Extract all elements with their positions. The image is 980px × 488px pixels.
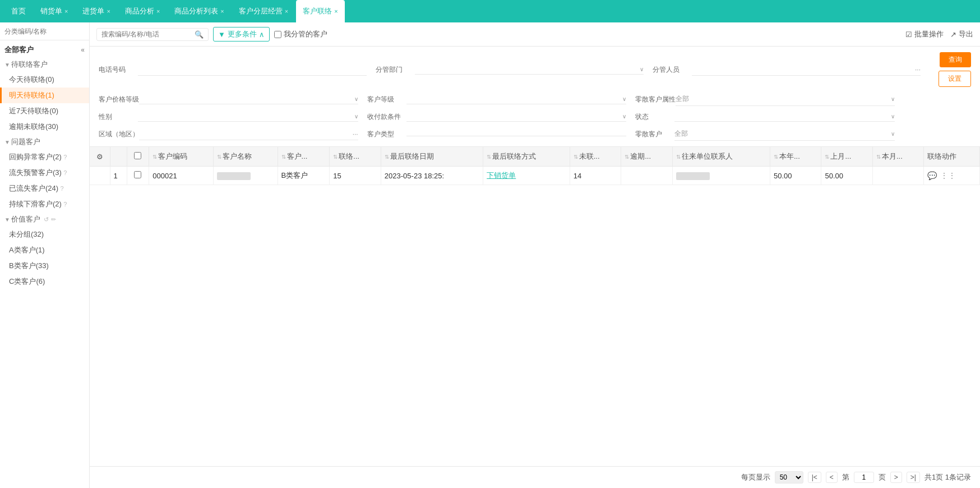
sidebar-item-c-class[interactable]: C类客户(6) — [0, 274, 89, 289]
nav-customer-contact[interactable]: 客户联络 × — [296, 0, 344, 22]
col-sort-last-contact-method[interactable]: 最后联络方式 — [487, 151, 566, 162]
filter-dept-select[interactable]: ∨ — [415, 65, 644, 75]
filter-retail-customer-label: 零散客户 — [635, 130, 674, 139]
contact-action-icon[interactable]: 💬 — [927, 171, 937, 180]
col-sort-this-year[interactable]: 本年... — [774, 151, 818, 162]
filter-area-select[interactable]: ··· — [139, 128, 358, 140]
sidebar-item-overdue-pending[interactable]: 逾期未联络(30) — [0, 119, 89, 135]
row-code-cell: 000021 — [149, 167, 214, 185]
col-sort-this-month[interactable]: 本月... — [876, 151, 921, 162]
col-sort-type[interactable]: 客户... — [281, 151, 326, 162]
nav-close-purchase-order[interactable]: × — [107, 8, 110, 15]
sidebar-value-group[interactable]: 价值客户 ↺ ✏ — [0, 212, 89, 227]
col-sort-code[interactable]: 客户编码 — [152, 151, 210, 162]
col-sort-last-contact-date[interactable]: 最后联络日期 — [385, 151, 479, 162]
nav-sales-order[interactable]: 销货单 × — [34, 0, 75, 22]
row-name-cell: Ea — [213, 167, 278, 185]
row-no-cell: 1 — [110, 167, 127, 185]
sidebar-item-b-class[interactable]: B类客户(33) — [0, 258, 89, 274]
sidebar-item-today-pending[interactable]: 今天待联络(0) — [0, 72, 89, 88]
sidebar-collapse-icon[interactable]: « — [81, 46, 85, 54]
sidebar-item-tomorrow-pending[interactable]: 明天待联络(1) — [0, 88, 89, 103]
col-header-contact: 联络... — [330, 147, 381, 167]
col-sort-last-month[interactable]: 上月... — [825, 151, 869, 162]
chevron-down-icon-4: ∨ — [891, 96, 895, 102]
sidebar-item-ungrouped[interactable]: 未分组(32) — [0, 227, 89, 242]
filter-gender-select[interactable]: ∨ — [138, 112, 358, 122]
col-header-checkbox[interactable] — [127, 147, 149, 167]
first-page-btn[interactable]: |< — [808, 472, 821, 483]
batch-ops-btn[interactable]: ☑ 批量操作 — [905, 29, 944, 39]
my-customers-checkbox-area[interactable]: 我分管的客户 — [274, 29, 327, 39]
nav-product-analysis[interactable]: 商品分析 × — [118, 0, 167, 22]
filter-price-level-select[interactable]: ∨ — [139, 94, 358, 104]
sidebar-search-input[interactable] — [4, 27, 89, 35]
sidebar-pending-group[interactable]: 待联络客户 — [0, 57, 89, 72]
col-sort-overdue[interactable]: 逾期... — [625, 151, 669, 162]
filter-manager-select[interactable]: ··· — [692, 64, 921, 76]
filter-more-btn[interactable]: ▼ 更多条件 ∧ — [213, 27, 270, 42]
filter-area-dots[interactable]: ··· — [353, 130, 358, 138]
nav-close-sales-order[interactable]: × — [64, 8, 68, 15]
search-icon[interactable]: 🔍 — [195, 30, 204, 39]
sidebar-item-churned[interactable]: 已流失客户(24) ? — [0, 181, 89, 196]
my-customers-checkbox[interactable] — [274, 31, 281, 38]
table-row: 1 000021 Ea B类客户 15 2023-05-23 18:25: 下销… — [90, 167, 980, 185]
gear-icon[interactable]: ⚙ — [96, 153, 103, 161]
filter-customer-type: 客户类型 — [367, 130, 627, 139]
nav-close-customer-layered[interactable]: × — [285, 8, 288, 15]
prev-page-btn[interactable]: < — [826, 472, 838, 483]
filter-retail-customer-select[interactable]: 全部 ∨ — [674, 127, 895, 141]
last-contact-method-link[interactable]: 下销货单 — [487, 171, 516, 179]
filter-retail-attr: 零散客户属性 全部 ∨ — [635, 93, 895, 106]
customer-name-blurred: Ea — [217, 172, 251, 180]
filter-phone-input[interactable] — [138, 64, 367, 76]
next-page-btn[interactable]: > — [890, 472, 902, 483]
row-checkbox[interactable] — [134, 171, 141, 178]
query-button[interactable]: 查询 — [940, 52, 971, 67]
per-page-select[interactable]: 50 10 20 100 — [775, 471, 803, 484]
more-action-icon[interactable]: ⋮⋮ — [940, 171, 956, 180]
filter-status-select[interactable]: ∨ — [674, 112, 895, 122]
filter-payment-select[interactable]: ∨ — [406, 112, 627, 122]
col-header-overdue: 逾期... — [621, 147, 673, 167]
sidebar-item-a-class[interactable]: A类客户(1) — [0, 242, 89, 258]
refresh-icon[interactable]: ↺ — [44, 216, 49, 223]
main-layout: 🔍 全部客户 « 待联络客户 今天待联络(0) 明天待联络(1) 近7天待联络(… — [0, 22, 980, 488]
col-sort-name[interactable]: 客户名称 — [217, 151, 274, 162]
nav-purchase-order[interactable]: 进货单 × — [76, 0, 117, 22]
nav-customer-layered[interactable]: 客户分层经营 × — [232, 0, 295, 22]
nav-product-analysis-list[interactable]: 商品分析列表 × — [168, 0, 230, 22]
last-page-btn[interactable]: >| — [907, 472, 920, 483]
checkbox-icon: ☑ — [905, 30, 912, 39]
filter-retail-attr-select[interactable]: 全部 ∨ — [676, 93, 895, 106]
col-header-action: 联络动作 — [924, 147, 980, 167]
col-header-name: 客户名称 — [213, 147, 278, 167]
filter-manager-dots[interactable]: ··· — [915, 66, 921, 73]
row-no-contact-cell: 14 — [570, 167, 621, 185]
edit-icon[interactable]: ✏ — [51, 216, 56, 223]
nav-close-customer-contact[interactable]: × — [334, 8, 338, 15]
nav-close-product-analysis[interactable]: × — [156, 8, 160, 15]
nav-home[interactable]: 首页 — [4, 0, 33, 22]
sidebar-item-repurchase-abnormal[interactable]: 回购异常客户(2) ? — [0, 149, 89, 165]
select-all-checkbox[interactable] — [134, 152, 141, 159]
col-sort-company-contact[interactable]: 往来单位联系人 — [676, 151, 766, 162]
page-input[interactable] — [854, 472, 874, 483]
settings-button[interactable]: 设置 — [939, 71, 971, 87]
nav-close-product-analysis-list[interactable]: × — [220, 8, 224, 15]
sidebar-problem-group[interactable]: 问题客户 — [0, 135, 89, 149]
sidebar-item-week-pending[interactable]: 近7天待联络(0) — [0, 103, 89, 119]
filter-customer-type-select[interactable] — [406, 132, 627, 136]
filter-payment: 收付款条件 ∨ — [367, 112, 627, 122]
export-btn[interactable]: ↗ 导出 — [950, 29, 973, 39]
row-gear-cell — [90, 167, 110, 185]
row-last-contact-method-cell[interactable]: 下销货单 — [483, 167, 570, 185]
sidebar-item-churn-warning[interactable]: 流失预警客户(3) ? — [0, 165, 89, 181]
col-sort-contact[interactable]: 联络... — [333, 151, 377, 162]
filter-customer-level-select[interactable]: ∨ — [406, 94, 627, 104]
row-checkbox-cell[interactable] — [127, 167, 149, 185]
sidebar-item-declining[interactable]: 持续下滑客户(2) ? — [0, 196, 89, 212]
search-input[interactable] — [101, 30, 192, 38]
col-sort-no-contact[interactable]: 未联... — [574, 151, 618, 162]
